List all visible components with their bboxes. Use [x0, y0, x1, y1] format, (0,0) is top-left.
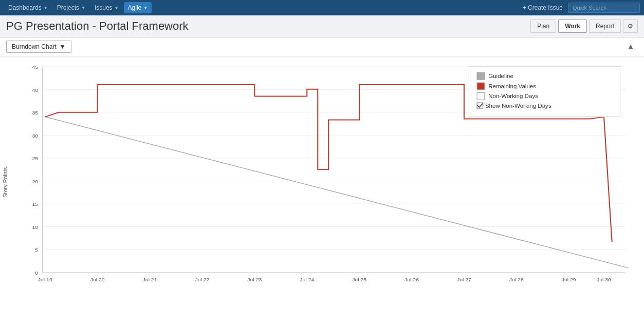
svg-text:Jul 21: Jul 21	[143, 277, 157, 283]
header-actions: Plan Work Report ⚙	[530, 20, 638, 33]
svg-text:10: 10	[32, 224, 38, 230]
collapse-button[interactable]: ▲	[623, 41, 638, 52]
svg-text:0: 0	[35, 270, 38, 276]
svg-text:20: 20	[32, 179, 38, 184]
dropdown-arrow-icon: ▼	[60, 43, 66, 50]
svg-rect-39	[477, 93, 485, 100]
svg-text:Non-Working Days: Non-Working Days	[488, 93, 538, 100]
work-button[interactable]: Work	[558, 20, 587, 33]
svg-text:Jul 29: Jul 29	[562, 277, 576, 283]
svg-text:45: 45	[32, 64, 38, 70]
guideline	[45, 117, 628, 268]
top-nav: Dashboards ▼ Projects ▼ Issues ▼ Agile ▼…	[0, 0, 644, 15]
svg-text:Jul 28: Jul 28	[509, 277, 524, 283]
svg-text:30: 30	[32, 133, 38, 139]
svg-rect-35	[477, 73, 485, 80]
nav-dashboards[interactable]: Dashboards ▼	[4, 2, 52, 13]
chart-type-dropdown[interactable]: Burndown Chart ▼	[6, 41, 71, 53]
svg-text:Jul 30: Jul 30	[597, 277, 611, 283]
svg-text:Guideline: Guideline	[488, 73, 513, 80]
sub-header: PG Presentation - Portal Framework Plan …	[0, 15, 644, 37]
nav-agile[interactable]: Agile ▼	[124, 2, 152, 13]
svg-text:Jul 27: Jul 27	[457, 277, 471, 283]
svg-text:15: 15	[32, 201, 38, 207]
svg-text:25: 25	[32, 156, 38, 161]
svg-text:Jul 23: Jul 23	[247, 277, 262, 283]
svg-text:Jul 19: Jul 19	[38, 277, 52, 283]
nav-projects[interactable]: Projects ▼	[53, 2, 89, 13]
plan-button[interactable]: Plan	[530, 20, 556, 33]
report-button[interactable]: Report	[589, 20, 621, 33]
nav-issues[interactable]: Issues ▼	[90, 2, 123, 13]
issues-dropdown-arrow: ▼	[115, 6, 119, 10]
create-issue-button[interactable]: + Create Issue	[519, 2, 567, 13]
svg-text:Show Non-Working Days: Show Non-Working Days	[485, 103, 551, 109]
svg-text:40: 40	[32, 87, 38, 93]
svg-text:Jul 22: Jul 22	[195, 277, 209, 283]
dashboards-dropdown-arrow: ▼	[44, 6, 48, 10]
burndown-chart-svg: 0 5 10 15 20 25 30 35 40 45 Jul 19 Jul 2…	[15, 62, 636, 287]
quick-search-input[interactable]	[568, 3, 640, 13]
toolbar-row: Burndown Chart ▼ ▲	[0, 37, 644, 56]
settings-button[interactable]: ⚙	[623, 20, 638, 33]
chart-container: Story Points	[0, 56, 644, 308]
svg-text:Jul 20: Jul 20	[90, 277, 105, 283]
svg-text:Jul 24: Jul 24	[300, 277, 314, 283]
svg-text:Jul 25: Jul 25	[352, 277, 366, 283]
projects-dropdown-arrow: ▼	[81, 6, 85, 10]
agile-dropdown-arrow: ▼	[143, 6, 148, 10]
svg-text:35: 35	[32, 110, 38, 116]
svg-rect-37	[477, 83, 485, 90]
svg-text:Remaining Values: Remaining Values	[488, 83, 536, 89]
page-title: PG Presentation - Portal Framework	[6, 20, 189, 33]
svg-text:Jul 26: Jul 26	[404, 277, 419, 283]
svg-text:5: 5	[35, 247, 38, 253]
y-axis-label: Story Points	[0, 62, 10, 303]
